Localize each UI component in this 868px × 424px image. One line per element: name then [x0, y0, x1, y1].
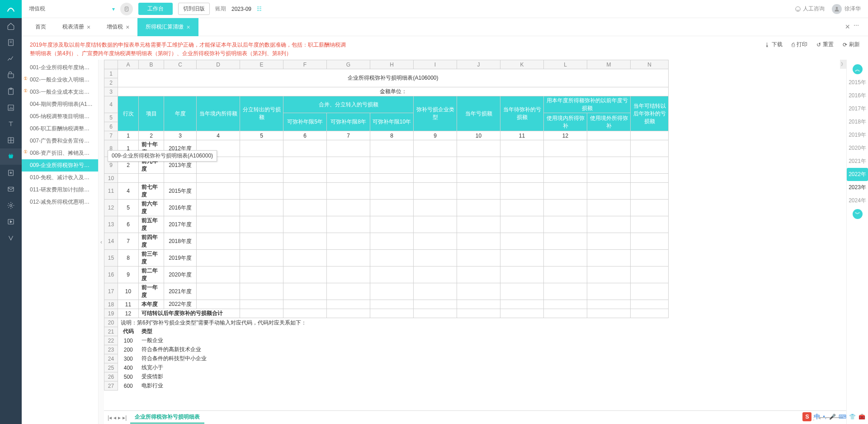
nav-v-icon[interactable]: [0, 230, 22, 246]
tab[interactable]: 所得税汇算清缴×: [137, 18, 198, 36]
left-nav-rail: [0, 0, 22, 424]
report-item[interactable]: 005-纳税调整项目明细表(A1...: [22, 110, 98, 123]
year-item[interactable]: 2015年: [849, 76, 866, 89]
help-link[interactable]: 人工咨询: [795, 5, 825, 13]
svg-point-10: [10, 205, 12, 207]
report-item[interactable]: 002-一般企业收入明细表(A...: [22, 74, 98, 86]
ime-mic-icon[interactable]: 🎤: [829, 414, 836, 420]
tabs-close-all-icon[interactable]: ×: [845, 22, 850, 32]
refresh-action[interactable]: ⟳ 刷新: [843, 41, 860, 48]
report-item[interactable]: 006-职工薪酬纳税调整明细...: [22, 123, 98, 135]
year-down-icon[interactable]: ︾: [853, 209, 863, 219]
nav-t-icon[interactable]: [0, 116, 22, 132]
period-value: 2023-09: [231, 6, 251, 12]
nav-export-icon[interactable]: [0, 165, 22, 181]
ime-tool-icon[interactable]: 🧰: [859, 414, 865, 420]
avatar-icon: [832, 4, 842, 14]
circle-button[interactable]: [120, 3, 133, 15]
year-item[interactable]: 2017年: [849, 102, 866, 115]
report-item[interactable]: 010-免税、减计收入及加计...: [22, 172, 98, 184]
year-item[interactable]: 2016年: [849, 89, 866, 102]
nav-home-icon[interactable]: [0, 18, 22, 34]
ime-lang[interactable]: 中: [814, 413, 820, 421]
ime-bar: S 中 •, 🎤 ⌨ 👕 🧰: [802, 412, 865, 421]
nav-report-icon[interactable]: [0, 100, 22, 116]
nav-mail-icon[interactable]: [0, 181, 22, 197]
period-label: 账期: [215, 5, 226, 13]
tax-type-label: 增值税: [29, 5, 45, 13]
year-item[interactable]: 2019年: [849, 129, 866, 142]
year-item[interactable]: 2024年: [849, 194, 866, 207]
user-menu[interactable]: 徐泽华: [832, 4, 861, 14]
nav-video-icon[interactable]: [0, 214, 22, 230]
nav-doc-icon[interactable]: [0, 34, 22, 51]
year-item[interactable]: 2022年: [847, 168, 868, 181]
year-rail: ︽ 2015年2016年2017年2018年2019年2020年2021年202…: [846, 60, 868, 424]
ime-skin-icon[interactable]: 👕: [849, 414, 856, 420]
svg-rect-1: [8, 74, 14, 78]
close-icon[interactable]: ×: [87, 24, 90, 31]
year-item[interactable]: 2018年: [849, 115, 866, 129]
tabs-more-icon[interactable]: ⋯: [854, 22, 859, 32]
workspace-button[interactable]: 工作台: [138, 3, 173, 15]
svg-point-7: [11, 154, 12, 155]
sheet-tabs-bar: |◂ ◂ ▸ ▸| 企业所得税弥补亏损明细表 ⋮ ◂━━━━━━━: [104, 410, 846, 424]
nav-grid-icon[interactable]: [0, 132, 22, 148]
report-item[interactable]: 011-研发费用加计扣除优惠...: [22, 184, 98, 196]
switch-old-button[interactable]: 切到旧版: [178, 3, 210, 15]
nav-tax-icon[interactable]: [0, 148, 22, 165]
report-item[interactable]: 003-一般企业成本支出明细...: [22, 86, 98, 98]
report-item[interactable]: 012-减免所得税优惠明细表(...: [22, 196, 98, 208]
calendar-icon[interactable]: ☷: [257, 6, 262, 12]
tab[interactable]: 增值税×: [99, 18, 137, 36]
report-list: 001-企业所得税年度纳税申...002-一般企业收入明细表(A...003-一…: [22, 60, 99, 424]
print-action[interactable]: ⎙ 打印: [792, 41, 807, 48]
nav-settings-icon[interactable]: [0, 197, 22, 214]
sheet-nav-first-icon[interactable]: |◂: [108, 414, 112, 421]
report-item[interactable]: 001-企业所得税年度纳税申...: [22, 62, 98, 74]
user-name: 徐泽华: [844, 5, 861, 13]
nav-bag-icon[interactable]: [0, 67, 22, 83]
report-item[interactable]: 007-广告费和业务宣传费跨...: [22, 135, 98, 147]
expand-icon[interactable]: 》: [840, 60, 846, 69]
tab[interactable]: 首页: [27, 18, 54, 36]
app-logo: [0, 0, 22, 18]
sheet-tab-active[interactable]: 企业所得税弥补亏损明细表: [130, 411, 204, 424]
reset-action[interactable]: ↺ 重置: [816, 41, 834, 48]
close-icon[interactable]: ×: [186, 24, 190, 31]
tab[interactable]: 税表清册×: [54, 18, 99, 36]
sheet-nav-prev-icon[interactable]: ◂: [113, 414, 116, 421]
report-item[interactable]: 009-企业所得税弥补亏损明...: [22, 159, 98, 172]
report-item[interactable]: 008-资产折旧、摊销及纳税...: [22, 147, 98, 159]
svg-point-6: [9, 154, 10, 155]
ime-kbd-icon[interactable]: ⌨: [839, 414, 846, 420]
ime-punct-icon[interactable]: •,: [823, 414, 826, 420]
report-item[interactable]: 004-期间费用明细表(A1040...: [22, 98, 98, 110]
tabs-bar: 首页税表清册×增值税×所得税汇算清缴× × ⋯: [22, 18, 868, 36]
notice-text: 2019年度涉及取以前年度结转数据的申报表单元格需要手工维护正确，才能保证本年及…: [30, 41, 346, 58]
year-item[interactable]: 2021年: [849, 155, 866, 168]
year-item[interactable]: 2023年: [849, 181, 866, 194]
tooltip: 009-企业所得税弥补亏损明细表(A106000): [108, 150, 217, 162]
year-up-icon[interactable]: ︽: [853, 64, 863, 74]
nav-chart-icon[interactable]: [0, 51, 22, 67]
svg-point-14: [836, 7, 838, 9]
download-action[interactable]: ⭳ 下载: [764, 41, 783, 48]
ime-logo-icon[interactable]: S: [802, 412, 811, 421]
top-bar: 增值税 ▾ 工作台 切到旧版 账期 2023-09 ☷ 人工咨询 徐泽华: [22, 0, 868, 18]
year-item[interactable]: 2020年: [849, 142, 866, 155]
nav-clip-icon[interactable]: [0, 83, 22, 100]
tax-type-select[interactable]: 增值税 ▾: [29, 5, 115, 13]
sheet-nav-next-icon[interactable]: ▸: [118, 414, 121, 421]
collapse-handle[interactable]: ‹: [99, 60, 104, 424]
chevron-down-icon: ▾: [112, 6, 115, 12]
close-icon[interactable]: ×: [126, 24, 129, 31]
sheet-nav-last-icon[interactable]: ▸|: [123, 414, 127, 421]
spreadsheet[interactable]: ABCDEFGHIJKLMN1企业所得税弥补亏损明细表(A106000)23金额…: [104, 60, 846, 410]
svg-rect-9: [8, 187, 14, 191]
